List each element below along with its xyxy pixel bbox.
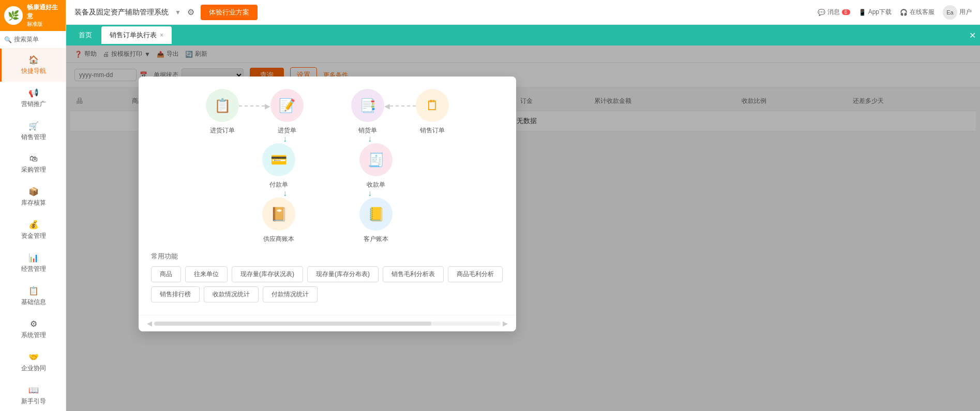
flow-diagram: 📋 进货订单 ▶ 📝: [151, 89, 504, 243]
enterprise-icon: 🤝: [28, 352, 39, 362]
sidebar-item-guide[interactable]: 📖 新手引导: [0, 379, 66, 411]
modal: 📋 进货订单 ▶ 📝: [139, 77, 516, 331]
sidebar-nav: 🏠 快捷导航 📢 营销推广 🛒 销售管理 🛍 采购管理 📦 库存核算 💰: [0, 49, 66, 411]
gear-icon[interactable]: ⚙: [187, 7, 194, 17]
func-btn-receipt-stat[interactable]: 收款情况统计: [204, 286, 259, 302]
common-functions: 常用功能 商品 往来单位 现存量(库存状况表) 现存量(库存分布表) 销售毛利分…: [151, 252, 504, 302]
flow-node-payment-bill: 💳 付款单: [262, 143, 295, 189]
supplier-ledger-icon: 📔: [262, 197, 295, 231]
sidebar-item-label: 系统管理: [21, 331, 46, 340]
sidebar-item-inventory[interactable]: 📦 库存核算: [0, 180, 66, 214]
message-action[interactable]: 💬 消息 6: [818, 8, 850, 17]
flow-node-purchase-bill: 📝 进货单: [270, 89, 304, 135]
search-icon: 🔍: [4, 36, 12, 43]
logo-sub: 标准版: [27, 21, 62, 28]
scroll-right-icon[interactable]: ▶: [503, 319, 508, 327]
modal-overlay[interactable]: 📋 进货订单 ▶ 📝: [66, 45, 980, 411]
content-area: ❓ 帮助 🖨 按模板打印 ▼ 📤 导出 🔄 刷新: [66, 45, 980, 411]
sidebar-logo: 🌿 畅康通好生意 标准版: [0, 0, 66, 31]
func-btn-payment-stat[interactable]: 付款情况统计: [263, 286, 318, 302]
flow-node-customer-ledger: 📒 客户账本: [359, 197, 393, 243]
flow-node-sales-order: 🗒 销售订单: [416, 89, 449, 135]
sidebar-item-sales[interactable]: 🛒 销售管理: [0, 115, 66, 148]
func-btn-stock-status[interactable]: 现存量(库存状况表): [232, 266, 303, 282]
message-label: 消息: [827, 8, 840, 17]
scroll-thumb: [154, 322, 431, 326]
payment-bill-icon: 💳: [262, 143, 295, 176]
tab-sales-exec-label: 销售订单执行表: [110, 31, 157, 40]
system-title: 装备及固定资产辅助管理系统: [74, 8, 169, 17]
main-area: 装备及固定资产辅助管理系统 ▼ ⚙ 体验行业方案 💬 消息 6 📱 App下载 …: [66, 0, 980, 411]
sidebar-item-marketing[interactable]: 📢 营销推广: [0, 82, 66, 115]
func-btn-product[interactable]: 商品: [151, 266, 181, 282]
func-btn-sales-margin[interactable]: 销售毛利分析表: [383, 266, 444, 282]
sidebar-item-label: 基础信息: [21, 298, 46, 307]
sidebar-item-system[interactable]: ⚙ 系统管理: [0, 313, 66, 346]
sidebar-item-label: 营销推广: [21, 100, 46, 109]
sidebar-item-label: 采购管理: [21, 165, 46, 174]
sidebar-item-label: 经营管理: [21, 265, 46, 273]
purchase-order-icon: 📋: [206, 89, 239, 122]
flow-node-receipt-bill: 🧾 收款单: [359, 143, 393, 189]
flow-node-sales-bill: 📑 销货单: [351, 89, 384, 135]
online-service-label: 在线客服: [910, 8, 934, 17]
sidebar-item-operation[interactable]: 📊 经营管理: [0, 247, 66, 280]
user-initial: Ea: [946, 9, 953, 16]
message-icon: 💬: [818, 9, 825, 16]
sidebar: 🌿 畅康通好生意 标准版 🔍 搜索菜单 🏠 快捷导航 📢 营销推广 🛒 销售管理: [0, 0, 66, 411]
supplier-ledger-label: 供应商账本: [263, 235, 294, 243]
tab-sales-exec[interactable]: 销售订单执行表 ×: [101, 26, 172, 44]
sidebar-item-basic-info[interactable]: 📋 基础信息: [0, 280, 66, 313]
sidebar-item-label: 快捷导航: [21, 67, 46, 75]
marketing-icon: 📢: [28, 88, 39, 98]
app-download-label: App下载: [868, 8, 892, 17]
header-actions: 💬 消息 6 📱 App下载 🎧 在线客服 Ea 用户: [818, 5, 972, 20]
sales-bill-label: 销货单: [358, 126, 377, 135]
sidebar-search[interactable]: 🔍 搜索菜单: [0, 31, 66, 49]
search-label: 搜索菜单: [14, 35, 39, 44]
scroll-left-icon[interactable]: ◀: [147, 319, 152, 327]
sidebar-item-label: 资金管理: [21, 232, 46, 240]
modal-scroll: ◀ ▶: [139, 315, 516, 331]
message-badge: 6: [842, 9, 850, 15]
flow-node-supplier-ledger: 📔 供应商账本: [262, 197, 295, 243]
sidebar-item-label: 库存核算: [21, 199, 46, 207]
experience-button[interactable]: 体验行业方案: [201, 5, 258, 20]
finance-icon: 💰: [28, 220, 39, 230]
receipt-bill-label: 收款单: [367, 180, 385, 189]
sidebar-item-finance[interactable]: 💰 资金管理: [0, 214, 66, 247]
download-icon: 📱: [858, 9, 866, 16]
payment-bill-label: 付款单: [269, 180, 288, 189]
func-btn-stock-dist[interactable]: 现存量(库存分布表): [307, 266, 379, 282]
guide-icon: 📖: [28, 385, 39, 395]
operation-icon: 📊: [28, 253, 39, 263]
sidebar-item-quick-nav[interactable]: 🏠 快捷导航: [0, 49, 66, 82]
func-btn-sales-rank[interactable]: 销售排行榜: [151, 286, 200, 302]
common-functions-title: 常用功能: [151, 252, 504, 261]
sidebar-item-enterprise[interactable]: 🤝 企业协同: [0, 346, 66, 379]
sales-order-label: 销售订单: [420, 126, 445, 135]
app-download-action[interactable]: 📱 App下载: [858, 8, 892, 17]
sidebar-item-label: 新手引导: [21, 397, 46, 406]
sales-icon: 🛒: [28, 121, 39, 131]
avatar: Ea: [943, 5, 957, 20]
func-btn-partner[interactable]: 往来单位: [185, 266, 228, 282]
purchase-order-label: 进货订单: [210, 126, 235, 135]
sales-order-icon: 🗒: [416, 89, 449, 122]
user-label: 用户: [959, 8, 972, 17]
tab-close-icon[interactable]: ×: [160, 32, 163, 39]
dropdown-icon[interactable]: ▼: [175, 9, 181, 16]
logo-icon: 🌿: [4, 6, 23, 25]
user-action[interactable]: Ea 用户: [943, 5, 972, 20]
func-btn-product-margin[interactable]: 商品毛利分析: [448, 266, 503, 282]
online-service-action[interactable]: 🎧 在线客服: [900, 8, 934, 17]
scroll-track[interactable]: [154, 322, 501, 326]
function-buttons: 商品 往来单位 现存量(库存状况表) 现存量(库存分布表) 销售毛利分析表 商品…: [151, 266, 504, 302]
basic-info-icon: 📋: [28, 286, 39, 296]
receipt-bill-icon: 🧾: [359, 143, 393, 176]
sidebar-item-purchase[interactable]: 🛍 采购管理: [0, 148, 66, 180]
tab-home[interactable]: 首页: [70, 26, 100, 44]
sales-bill-icon: 📑: [351, 89, 384, 122]
tab-bar-close-icon[interactable]: ✕: [969, 31, 976, 40]
home-icon: 🏠: [28, 55, 39, 65]
